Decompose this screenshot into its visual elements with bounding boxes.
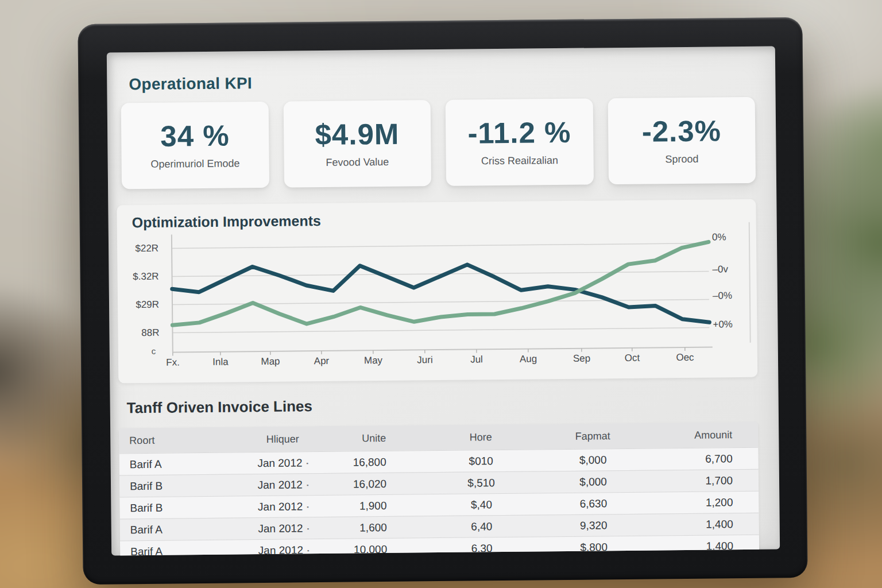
right-axis-label: –0% xyxy=(713,289,755,303)
laptop: Operational KPI 34 %Operimuriol Emode$4.… xyxy=(78,17,807,585)
root-cell: Barif A xyxy=(120,544,249,556)
gridline xyxy=(172,243,709,249)
header-cell: Amounit xyxy=(641,428,758,442)
hore-cell: $,40 xyxy=(418,498,544,512)
x-axis-label: Sep xyxy=(562,352,602,365)
kpi-label: Sprood xyxy=(665,153,698,165)
right-axis-label: –0v xyxy=(712,263,755,276)
kpi-value: $4.9M xyxy=(315,119,399,149)
y-axis-label: $.32R xyxy=(122,270,158,284)
period-dropdown-marker[interactable]: ▪ xyxy=(307,504,309,510)
period-cell: Jan 2012▪ xyxy=(249,544,318,556)
hore-cell: $010 xyxy=(418,454,544,468)
series-sage-green-line xyxy=(172,242,709,325)
y-axis-label: $22R xyxy=(122,242,158,256)
x-axis-label: Map xyxy=(250,355,291,369)
right-axis-label: +0% xyxy=(713,318,755,331)
photo-scene: Operational KPI 34 %Operimuriol Emode$4.… xyxy=(0,0,882,588)
page-title: Operational KPI xyxy=(129,74,252,94)
kpi-value: -11.2 % xyxy=(467,117,571,148)
kpi-value: 34 % xyxy=(160,121,230,150)
period-dropdown-marker[interactable]: ▪ xyxy=(307,525,310,532)
unite-cell: 1,900 xyxy=(318,499,418,513)
x-axis-label: Juri xyxy=(405,354,445,367)
x-axis-label: May xyxy=(353,354,393,368)
y-axis-label: 88R xyxy=(122,327,159,340)
x-axis-label: Jul xyxy=(457,353,497,366)
header-cell: Hliquer xyxy=(248,433,317,446)
amount-cell: 6,700 xyxy=(642,452,759,466)
kpi-card: $4.9MFevood Value xyxy=(283,100,431,187)
x-axis-label: Apr xyxy=(301,355,342,368)
period-cell: Jan 2012▪ xyxy=(249,500,318,513)
period-cell: Jan 2012▪ xyxy=(249,522,318,535)
header-cell: Fapmat xyxy=(544,430,641,443)
hore-cell: $,510 xyxy=(418,476,544,490)
root-cell: Barif A xyxy=(120,523,249,536)
amount-cell: 1,200 xyxy=(642,496,759,509)
fapmat-cell: 9,320 xyxy=(545,519,643,532)
unite-cell: 10,000 xyxy=(318,543,419,556)
fapmat-cell: 6,630 xyxy=(544,497,642,510)
axis-footnote: c xyxy=(152,346,156,356)
fapmat-cell: $,800 xyxy=(545,540,643,554)
x-axis-label: Oct xyxy=(612,352,652,365)
period-cell: Jan 2012▪ xyxy=(249,478,318,492)
hore-cell: 6,30 xyxy=(419,541,545,555)
fapmat-cell: $,000 xyxy=(544,453,642,467)
table-title: Tanff Oriven Invoice Lines xyxy=(127,397,312,417)
header-cell: Hore xyxy=(417,431,544,444)
kpi-label: Operimuriol Emode xyxy=(150,157,239,170)
x-axis-label: Oec xyxy=(665,351,705,365)
root-cell: Barif B xyxy=(119,501,249,514)
unite-cell: 16,020 xyxy=(318,477,418,491)
invoice-table: RoortHliquerUniteHoreFapmatAmounitBarif … xyxy=(119,422,759,556)
period-dropdown-marker[interactable]: ▪ xyxy=(306,460,308,466)
period-dropdown-marker[interactable]: ▪ xyxy=(307,547,310,554)
kpi-value: -2.3% xyxy=(642,116,722,146)
dashboard-screen: Operational KPI 34 %Operimuriol Emode$4.… xyxy=(107,46,780,555)
kpi-card: 34 %Operimuriol Emode xyxy=(121,102,269,189)
period-dropdown-marker[interactable]: ▪ xyxy=(307,482,309,488)
kpi-row: 34 %Operimuriol Emode$4.9MFevood Value-1… xyxy=(121,97,756,189)
root-cell: Barif A xyxy=(119,457,249,471)
root-cell: Barif B xyxy=(119,479,249,493)
y-axis-line xyxy=(172,235,173,353)
header-cell: Unite xyxy=(317,432,417,445)
gridline xyxy=(173,328,710,333)
unite-cell: 16,800 xyxy=(318,455,418,469)
header-cell: Roort xyxy=(119,434,248,447)
period-cell: Jan 2012▪ xyxy=(249,457,318,470)
hore-cell: 6,40 xyxy=(419,520,545,533)
x-axis-label: Inla xyxy=(200,355,241,369)
amount-cell: 1,700 xyxy=(642,474,759,488)
y-axis-label: $29R xyxy=(122,299,159,312)
kpi-card: -2.3%Sprood xyxy=(608,97,756,184)
right-axis-label: 0% xyxy=(712,231,755,244)
kpi-card: -11.2 %Criss Reailzalian xyxy=(446,98,594,185)
chart-panel: Optimization Improvements $22R$.32R$29R8… xyxy=(117,199,757,384)
unite-cell: 1,600 xyxy=(318,521,419,535)
x-axis-label: Aug xyxy=(508,353,548,366)
kpi-label: Fevood Value xyxy=(326,156,389,168)
amount-cell: 1,400 xyxy=(643,517,759,531)
x-axis-label: Fx. xyxy=(153,356,193,369)
fapmat-cell: $,000 xyxy=(544,475,642,489)
kpi-label: Criss Reailzalian xyxy=(481,154,558,167)
amount-cell: 1,400 xyxy=(643,539,759,553)
